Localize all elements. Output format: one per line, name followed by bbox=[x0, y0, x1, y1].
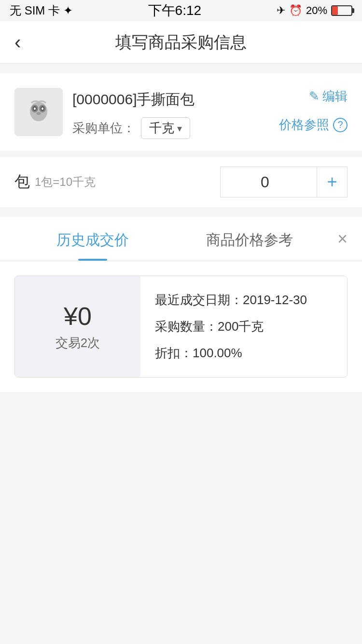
location-icon: ✈ bbox=[277, 4, 285, 17]
battery-percent: 20% bbox=[306, 4, 327, 17]
price-card: ¥0 交易2次 最近成交日期：2019-12-30 采购数量：200千克 折扣：… bbox=[14, 276, 348, 378]
quantity-input-group: + bbox=[220, 167, 348, 197]
tabs-header: 历史成交价 商品价格参考 × bbox=[0, 217, 362, 261]
tab-reference[interactable]: 商品价格参考 bbox=[171, 217, 327, 261]
unit-label: 采购单位： bbox=[72, 120, 135, 137]
tab-reference-label: 商品价格参考 bbox=[206, 232, 293, 248]
tabs-close-button[interactable]: × bbox=[328, 219, 348, 259]
tab-history[interactable]: 历史成交价 bbox=[14, 217, 171, 261]
unit-value: 千克 bbox=[149, 120, 174, 137]
recent-date-label: 最近成交日期： bbox=[155, 293, 243, 307]
svg-point-5 bbox=[34, 108, 36, 110]
status-left: 无 SIM 卡 ✦ bbox=[10, 3, 73, 18]
price-card-left: ¥0 交易2次 bbox=[15, 276, 140, 377]
status-time: 下午6:12 bbox=[148, 1, 202, 20]
back-button[interactable]: ‹ bbox=[14, 31, 21, 53]
product-card: [0000006]手撕面包 采购单位： 千克 ▾ ✎ 编辑 价格参照 ? bbox=[0, 73, 362, 151]
quantity-row: 包 1包=10千克 + bbox=[0, 156, 362, 207]
dropdown-arrow-icon: ▾ bbox=[177, 123, 182, 134]
recent-date-value: 2019-12-30 bbox=[243, 293, 307, 307]
product-name: [0000006]手撕面包 bbox=[72, 90, 195, 110]
unit-select[interactable]: 千克 ▾ bbox=[141, 117, 190, 139]
price-amount: ¥0 bbox=[64, 302, 92, 331]
discount-value: 100.00% bbox=[193, 346, 242, 360]
content-spacer bbox=[0, 392, 362, 644]
quantity-unit: 包 bbox=[14, 171, 30, 193]
battery-icon bbox=[331, 5, 352, 16]
product-right: ✎ 编辑 价格参照 ? bbox=[279, 88, 348, 133]
status-bar: 无 SIM 卡 ✦ 下午6:12 ✈ ⏰ 20% bbox=[0, 0, 362, 21]
product-top-row: [0000006]手撕面包 采购单位： 千克 ▾ ✎ 编辑 价格参照 ? bbox=[14, 88, 348, 139]
edit-label: 编辑 bbox=[322, 88, 348, 105]
product-image bbox=[14, 88, 63, 136]
edit-button[interactable]: ✎ 编辑 bbox=[309, 88, 348, 105]
svg-point-7 bbox=[36, 112, 41, 115]
page-title: 填写商品采购信息 bbox=[115, 31, 247, 54]
tabs-panel: 历史成交价 商品价格参考 × ¥0 交易2次 最近成交日期：2019-12-30… bbox=[0, 217, 362, 392]
tab-history-label: 历史成交价 bbox=[56, 232, 129, 248]
discount-label: 折扣： bbox=[155, 346, 193, 360]
unit-row: 采购单位： 千克 ▾ bbox=[72, 117, 195, 139]
product-logo-icon bbox=[24, 96, 53, 128]
status-right: ✈ ⏰ 20% bbox=[277, 4, 352, 17]
sim-label: 无 SIM 卡 ✦ bbox=[10, 3, 73, 18]
product-info: [0000006]手撕面包 采购单位： 千克 ▾ bbox=[72, 88, 195, 139]
edit-icon: ✎ bbox=[309, 89, 320, 104]
purchase-qty-row: 采购数量：200千克 bbox=[155, 317, 333, 336]
product-left: [0000006]手撕面包 采购单位： 千克 ▾ bbox=[14, 88, 195, 139]
page-header: ‹ 填写商品采购信息 bbox=[0, 21, 362, 64]
discount-row: 折扣：100.00% bbox=[155, 344, 333, 363]
quantity-input[interactable] bbox=[220, 167, 317, 197]
price-ref-label: 价格参照 bbox=[279, 116, 329, 133]
price-card-right: 最近成交日期：2019-12-30 采购数量：200千克 折扣：100.00% bbox=[140, 276, 347, 377]
info-icon: ? bbox=[333, 118, 348, 132]
history-content: ¥0 交易2次 最近成交日期：2019-12-30 采购数量：200千克 折扣：… bbox=[0, 261, 362, 392]
recent-date-row: 最近成交日期：2019-12-30 bbox=[155, 291, 333, 309]
svg-point-6 bbox=[42, 108, 43, 110]
alarm-icon: ⏰ bbox=[289, 4, 302, 17]
quantity-plus-button[interactable]: + bbox=[317, 167, 348, 197]
quantity-label: 包 1包=10千克 bbox=[14, 171, 96, 193]
purchase-qty-label: 采购数量： bbox=[155, 319, 218, 334]
quantity-equiv: 1包=10千克 bbox=[35, 174, 96, 190]
price-trade-count: 交易2次 bbox=[56, 335, 100, 351]
purchase-qty-value: 200千克 bbox=[218, 319, 264, 334]
price-reference-button[interactable]: 价格参照 ? bbox=[279, 116, 348, 133]
